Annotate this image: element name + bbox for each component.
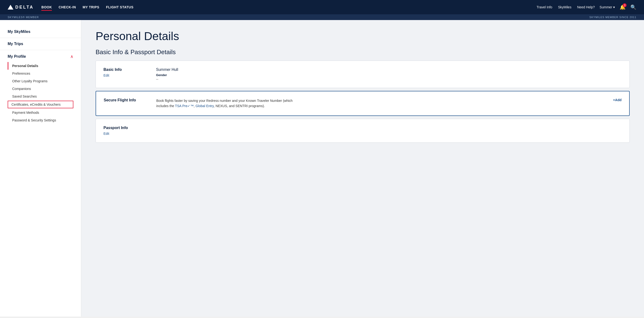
primary-nav-links: BOOK CHECK-IN MY TRIPS FLIGHT STATUS	[41, 5, 133, 9]
passport-info-label: Passport Info	[104, 126, 156, 130]
basic-info-edit-link[interactable]: Edit	[104, 73, 109, 77]
main-layout: My SkyMiles My Trips My Profile ∧ Person…	[0, 20, 644, 317]
sidebar: My SkyMiles My Trips My Profile ∧ Person…	[0, 20, 81, 317]
chevron-down-icon: ▾	[613, 5, 615, 9]
passport-info-label-col: Passport Info Edit	[104, 126, 156, 136]
basic-info-label-col: Basic Info Edit	[104, 67, 156, 78]
gender-label: Gender	[156, 73, 622, 77]
basic-info-card: Basic Info Edit Summer Hull Gender --	[96, 61, 630, 88]
nav-item-mytrips[interactable]: MY TRIPS	[83, 5, 100, 9]
secure-flight-add-button[interactable]: +Add	[613, 98, 622, 102]
main-content: Personal Details Basic Info & Passport D…	[81, 20, 644, 317]
sidebar-profile-header[interactable]: My Profile ∧	[8, 54, 73, 59]
secure-flight-content: Book flights faster by saving your Redre…	[156, 98, 613, 109]
nav-item-book[interactable]: BOOK	[41, 5, 52, 9]
sidebar-item-saved-searches[interactable]: Saved Searches	[8, 93, 73, 100]
sidebar-item-preferences[interactable]: Preferences	[8, 70, 73, 77]
nav-item-travelinfo[interactable]: Travel Info	[537, 5, 552, 9]
user-menu[interactable]: Summer ▾	[600, 5, 615, 9]
sidebar-item-password-security[interactable]: Password & Security Settings	[8, 116, 73, 124]
global-entry-link[interactable]: Global Entry	[196, 104, 214, 108]
notification-count: 3	[623, 3, 626, 7]
basic-info-label: Basic Info	[104, 67, 156, 72]
sidebar-item-personal-details[interactable]: Personal Details	[8, 62, 73, 70]
sidebar-my-skymiles[interactable]: My SkyMiles	[8, 30, 73, 34]
nav-item-checkin[interactable]: CHECK-IN	[58, 5, 76, 9]
nav-item-skymiles[interactable]: SkyMiles	[558, 5, 571, 9]
sidebar-item-other-loyalty[interactable]: Other Loyalty Programs	[8, 77, 73, 85]
sidebar-profile-section: My Profile ∧ Personal Details Preference…	[0, 50, 81, 126]
secondary-nav-links: Travel Info SkyMiles Need Help?	[537, 5, 595, 9]
notifications-button[interactable]: 🔔 3	[620, 4, 626, 10]
secure-flight-description: Book flights faster by saving your Redre…	[156, 98, 295, 109]
user-name-text: Summer	[600, 5, 612, 9]
sidebar-my-trips[interactable]: My Trips	[8, 42, 73, 46]
sidebar-item-companions[interactable]: Companions	[8, 85, 73, 93]
user-full-name: Summer Hull	[156, 67, 622, 72]
passport-info-card: Passport Info Edit	[96, 119, 630, 143]
sidebar-my-profile: My Profile	[8, 54, 26, 59]
search-icon: 🔍	[630, 4, 636, 10]
basic-info-content: Summer Hull Gender --	[156, 67, 622, 81]
tsa-pre-link[interactable]: TSA Pre✓™	[175, 104, 194, 108]
member-status-left: SKYMILES® MEMBER	[8, 16, 39, 19]
member-bar: SKYMILES® MEMBER SKYMILES MEMBER SINCE 2…	[0, 14, 644, 20]
search-button[interactable]: 🔍	[630, 4, 636, 10]
sidebar-skymiles-section: My SkyMiles	[0, 26, 81, 38]
logo-text: DELTA	[15, 5, 34, 10]
sidebar-item-certificates[interactable]: Certificates, eCredits & Vouchers	[8, 101, 73, 108]
page-title: Personal Details	[96, 30, 630, 43]
nav-right-section: Travel Info SkyMiles Need Help? Summer ▾…	[537, 4, 636, 10]
secure-flight-card: Secure Flight Info Book flights faster b…	[96, 91, 630, 116]
sidebar-profile-menu: Personal Details Preferences Other Loyal…	[8, 62, 73, 124]
chevron-up-icon: ∧	[70, 54, 73, 59]
member-since-right: SKYMILES MEMBER SINCE 2011	[589, 16, 636, 19]
sidebar-trips-section: My Trips	[0, 38, 81, 50]
delta-triangle-icon	[8, 5, 14, 9]
section-title: Basic Info & Passport Details	[96, 48, 630, 56]
nav-item-flightstatus[interactable]: FLIGHT STATUS	[106, 5, 134, 9]
secure-flight-label: Secure Flight Info	[104, 98, 156, 102]
delta-logo[interactable]: DELTA	[8, 5, 34, 10]
passport-edit-link[interactable]: Edit	[104, 132, 109, 136]
gender-value: --	[156, 77, 622, 81]
sidebar-item-payment-methods[interactable]: Payment Methods	[8, 109, 73, 116]
top-navigation: DELTA BOOK CHECK-IN MY TRIPS FLIGHT STAT…	[0, 0, 644, 14]
nav-item-needhelp[interactable]: Need Help?	[577, 5, 595, 9]
secure-flight-label-col: Secure Flight Info	[104, 98, 156, 104]
